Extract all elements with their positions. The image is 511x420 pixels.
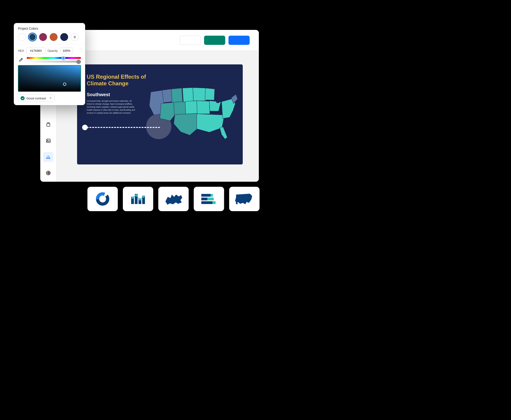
opacity-input[interactable] bbox=[60, 47, 73, 54]
templates-icon[interactable] bbox=[43, 120, 53, 130]
hex-input[interactable] bbox=[26, 47, 45, 54]
svg-point-2 bbox=[47, 140, 48, 141]
usa-map-icon[interactable] bbox=[229, 187, 260, 211]
svg-rect-18 bbox=[201, 201, 212, 204]
swatch-indigo[interactable] bbox=[60, 33, 68, 41]
svg-rect-0 bbox=[47, 124, 50, 126]
svg-rect-19 bbox=[212, 201, 216, 204]
svg-rect-1 bbox=[46, 139, 50, 142]
us-map bbox=[148, 85, 238, 145]
swatch-rust[interactable] bbox=[50, 33, 58, 41]
header-button-teal[interactable] bbox=[204, 36, 225, 45]
image-icon[interactable] bbox=[43, 136, 53, 146]
contrast-label: Good contrast bbox=[26, 97, 46, 100]
svg-rect-17 bbox=[207, 198, 214, 200]
contrast-indicator[interactable]: Good contrast bbox=[18, 95, 54, 102]
chart-icon[interactable] bbox=[43, 152, 53, 162]
canvas[interactable]: US Regional Effects of Climate Change So… bbox=[56, 51, 259, 182]
sv-thumb-icon[interactable] bbox=[63, 82, 66, 86]
lightness-slider[interactable] bbox=[27, 61, 81, 63]
svg-rect-16 bbox=[201, 198, 207, 200]
swatch-row bbox=[18, 33, 81, 41]
saturation-picker[interactable] bbox=[18, 65, 81, 92]
globe-icon[interactable] bbox=[43, 168, 53, 178]
donut-chart-icon[interactable] bbox=[87, 187, 118, 211]
pointer-dot-icon bbox=[82, 125, 88, 130]
widget-tray bbox=[87, 187, 260, 211]
canada-map-icon[interactable] bbox=[158, 187, 189, 211]
slide-body: Increased heat, drought and insect outbr… bbox=[87, 100, 135, 114]
opacity-label: Opacity bbox=[48, 49, 58, 52]
svg-rect-14 bbox=[201, 194, 210, 197]
header-button-blue[interactable] bbox=[228, 36, 250, 45]
swatch-navy[interactable] bbox=[29, 33, 36, 41]
swatch-maroon[interactable] bbox=[39, 33, 47, 41]
svg-rect-15 bbox=[210, 194, 213, 197]
swatch-white[interactable] bbox=[18, 33, 26, 41]
eyedropper-icon[interactable] bbox=[18, 57, 24, 63]
bar-chart-icon[interactable] bbox=[123, 187, 153, 211]
color-panel-title: Project Colors bbox=[18, 27, 81, 30]
slide[interactable]: US Regional Effects of Climate Change So… bbox=[77, 64, 243, 165]
color-panel: Project Colors HEX Opacity bbox=[14, 23, 85, 105]
header-button-outline[interactable] bbox=[180, 36, 201, 45]
hex-label: HEX bbox=[18, 49, 24, 52]
stacked-bar-icon[interactable] bbox=[194, 187, 224, 211]
hue-slider[interactable] bbox=[27, 57, 81, 59]
add-swatch-button[interactable] bbox=[71, 33, 79, 41]
chevron-down-icon bbox=[49, 97, 52, 100]
check-icon bbox=[21, 96, 25, 100]
slide-title: US Regional Effects of Climate Change bbox=[87, 74, 151, 87]
